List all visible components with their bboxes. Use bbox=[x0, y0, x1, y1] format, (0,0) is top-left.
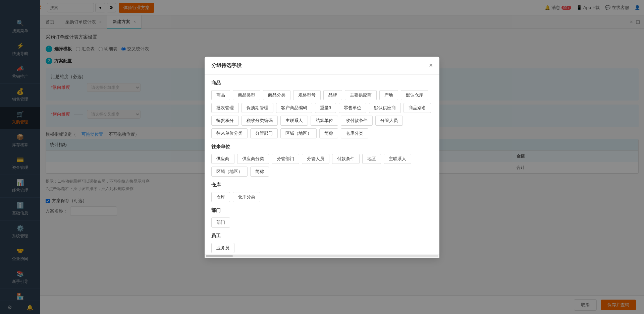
field-tag-0-0[interactable]: 商品 bbox=[211, 90, 230, 100]
field-tag-0-21[interactable]: 往来单位分类 bbox=[211, 128, 248, 138]
scroll-track bbox=[206, 255, 438, 257]
field-tag-0-11[interactable]: 重量3 bbox=[315, 103, 336, 113]
field-tag-0-1[interactable]: 商品类型 bbox=[233, 90, 260, 100]
field-group-title-4: 员工 bbox=[211, 233, 433, 239]
field-tag-2-0[interactable]: 仓库 bbox=[211, 192, 230, 202]
scroll-thumb bbox=[206, 255, 233, 257]
field-tag-0-23[interactable]: 区域（地区） bbox=[280, 128, 317, 138]
field-tags-group-0: 商品商品类型商品分类规格型号品牌主要供应商产地默认仓库批次管理保质期管理客户商品… bbox=[211, 90, 433, 138]
field-tag-0-20[interactable]: 分管人员 bbox=[375, 116, 403, 126]
field-tag-0-7[interactable]: 默认仓库 bbox=[401, 90, 428, 100]
field-tag-0-9[interactable]: 保质期管理 bbox=[241, 103, 273, 113]
field-tag-0-5[interactable]: 主要供应商 bbox=[345, 90, 377, 100]
field-tag-1-2[interactable]: 分管部门 bbox=[272, 154, 299, 164]
field-tag-1-3[interactable]: 分管人员 bbox=[302, 154, 329, 164]
field-tags-group-1: 供应商供应商分类分管部门分管人员付款条件地区主联系人区域（地区）简称 bbox=[211, 154, 433, 177]
modal-title: 分组待选字段 bbox=[211, 62, 241, 69]
field-tags-group-2: 仓库仓库分类 bbox=[211, 192, 433, 202]
field-tag-0-18[interactable]: 结算单位 bbox=[311, 116, 338, 126]
modal-overlay: 分组待选字段 × 商品商品商品类型商品分类规格型号品牌主要供应商产地默认仓库批次… bbox=[0, 0, 644, 314]
field-tag-1-5[interactable]: 地区 bbox=[362, 154, 381, 164]
field-tag-1-4[interactable]: 付款条件 bbox=[332, 154, 360, 164]
field-tag-1-0[interactable]: 供应商 bbox=[211, 154, 234, 164]
field-group-title-2: 仓库 bbox=[211, 182, 433, 188]
field-tag-1-8[interactable]: 简称 bbox=[250, 167, 269, 177]
field-tag-1-7[interactable]: 区域（地区） bbox=[211, 167, 248, 177]
field-tag-0-8[interactable]: 批次管理 bbox=[211, 103, 239, 113]
field-tag-0-16[interactable]: 税收分类编码 bbox=[241, 116, 278, 126]
modal-body: 商品商品商品类型商品分类规格型号品牌主要供应商产地默认仓库批次管理保质期管理客户… bbox=[205, 75, 439, 254]
field-group-title-3: 部门 bbox=[211, 207, 433, 213]
field-tag-0-13[interactable]: 默认供应商 bbox=[369, 103, 401, 113]
field-tag-0-15[interactable]: 拣货积分 bbox=[211, 116, 239, 126]
field-tags-group-3: 部门 bbox=[211, 217, 433, 228]
field-tag-1-1[interactable]: 供应商分类 bbox=[237, 154, 269, 164]
field-tag-3-0[interactable]: 部门 bbox=[211, 217, 230, 228]
field-tag-0-19[interactable]: 收付款条件 bbox=[341, 116, 373, 126]
field-tag-0-6[interactable]: 产地 bbox=[379, 90, 398, 100]
modal-header: 分组待选字段 × bbox=[205, 57, 439, 75]
field-tag-0-12[interactable]: 零售单位 bbox=[339, 103, 366, 113]
field-tag-0-4[interactable]: 品牌 bbox=[323, 90, 342, 100]
modal-footer-scrollbar[interactable] bbox=[205, 254, 439, 257]
field-tag-0-14[interactable]: 商品别名 bbox=[404, 103, 431, 113]
field-tag-0-22[interactable]: 分管部门 bbox=[250, 128, 278, 138]
field-tag-0-17[interactable]: 主联系人 bbox=[280, 116, 308, 126]
modal-dialog: 分组待选字段 × 商品商品商品类型商品分类规格型号品牌主要供应商产地默认仓库批次… bbox=[205, 57, 439, 258]
field-tag-0-3[interactable]: 规格型号 bbox=[293, 90, 321, 100]
field-tag-0-24[interactable]: 简称 bbox=[319, 128, 338, 138]
field-tags-group-4: 业务员 bbox=[211, 243, 433, 253]
field-tag-0-10[interactable]: 客户商品编码 bbox=[276, 103, 312, 113]
field-group-title-1: 往来单位 bbox=[211, 144, 433, 150]
field-tag-1-6[interactable]: 主联系人 bbox=[384, 154, 411, 164]
field-group-title-0: 商品 bbox=[211, 80, 433, 86]
field-tag-4-0[interactable]: 业务员 bbox=[211, 243, 234, 253]
field-tag-2-1[interactable]: 仓库分类 bbox=[233, 192, 260, 202]
modal-close-button[interactable]: × bbox=[429, 62, 433, 69]
field-tag-0-2[interactable]: 商品分类 bbox=[263, 90, 290, 100]
field-tag-0-25[interactable]: 仓库分类 bbox=[341, 128, 368, 138]
